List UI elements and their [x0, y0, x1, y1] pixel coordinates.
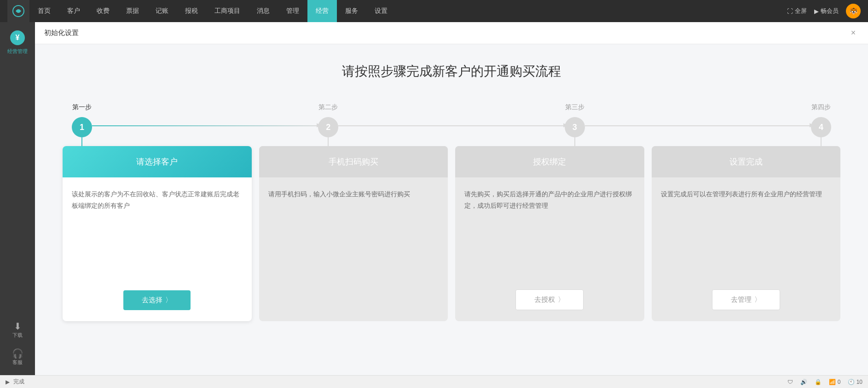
step-3-label: 第三步 — [565, 103, 584, 112]
card-4-body: 设置完成后可以在管理列表进行所有企业用户的经营管理 — [652, 177, 841, 282]
status-bar-left: ▶ 完成 — [6, 378, 24, 386]
step-4-header: 第四步 4 — [811, 103, 831, 147]
sidebar-support[interactable]: 🎧 客服 — [1, 344, 34, 370]
card-4-footer: 去管理 〉 — [652, 282, 841, 321]
arrow-right-icon-3: 〉 — [558, 295, 565, 304]
nav-item-home[interactable]: 首页 — [29, 0, 59, 22]
card-1: 请选择客户 该处展示的客户为不在回收站、客户状态正常建账后完成老板端绑定的所有客… — [63, 146, 252, 321]
card-2-header: 手机扫码购买 — [259, 146, 448, 177]
wizard-container: 请按照步骤完成新客户的开通购买流程 第一步 1 ▶ 第二步 2 — [35, 44, 868, 375]
card-3-body: 请先购买，购买后选择开通的产品中的企业用户进行授权绑定，成功后即可进行经营管理 — [455, 177, 644, 282]
shield-status-icon: 🛡 — [787, 379, 793, 385]
step-4-label: 第四步 — [811, 103, 831, 112]
arrow-right-icon-4: 〉 — [754, 295, 761, 304]
card-2: 手机扫码购买 请用手机扫码，输入小微企业主账号密码进行购买 — [259, 146, 448, 321]
main-layout: ¥ 经营管理 ⬇ 下载 🎧 客服 初始化设置 × 请按照步骤完成新客户的开通购买… — [0, 22, 868, 375]
content-area: 初始化设置 × 请按照步骤完成新客户的开通购买流程 第一步 1 ▶ — [35, 22, 868, 375]
nav-item-fee[interactable]: 收费 — [88, 0, 118, 22]
nav-menu: 首页 客户 收费 票据 记账 报税 工商项目 消息 管理 经营 服务 设置 — [29, 0, 787, 22]
nav-item-bills[interactable]: 票据 — [118, 0, 147, 22]
step-3-header: 第三步 3 — [565, 103, 585, 147]
play-icon: ▶ — [814, 8, 819, 15]
step-2-header: 第二步 2 — [318, 103, 338, 147]
nav-item-manage[interactable]: 管理 — [278, 0, 307, 22]
nav-item-settings[interactable]: 设置 — [366, 0, 396, 22]
connector-2-3: ▶ — [338, 125, 564, 126]
card-3-footer: 去授权 〉 — [455, 282, 644, 321]
fullscreen-icon: ⛶ — [787, 8, 793, 15]
nav-item-business[interactable]: 工商项目 — [206, 0, 249, 22]
nav-item-account[interactable]: 记账 — [147, 0, 177, 22]
nav-right-area: ⛶ 全屏 ▶ 畅会员 🐯 — [787, 4, 861, 18]
top-navigation: 首页 客户 收费 票据 记账 报税 工商项目 消息 管理 经营 服务 设置 ⛶ … — [0, 0, 868, 22]
step-2-label: 第二步 — [318, 103, 338, 112]
card-1-body: 该处展示的客户为不在回收站、客户状态正常建账后完成老板端绑定的所有客户 — [63, 177, 252, 283]
volume-status-icon: 🔊 — [800, 379, 807, 385]
step-1-header: 第一步 1 — [72, 103, 92, 147]
card-1-footer: 去选择 〉 — [63, 283, 252, 321]
go-select-button[interactable]: 去选择 〉 — [123, 290, 191, 310]
fullscreen-button[interactable]: ⛶ 全屏 — [787, 7, 807, 15]
step-4-tail — [821, 137, 822, 147]
steps-row: 第一步 1 ▶ 第二步 2 ▶ — [63, 103, 840, 147]
connector-1-2: ▶ — [92, 125, 318, 126]
nav-item-tax[interactable]: 报税 — [177, 0, 206, 22]
step-3-circle: 3 — [565, 117, 585, 137]
page-title: 初始化设置 — [44, 29, 79, 37]
step-1-label: 第一步 — [72, 103, 92, 112]
step-3-tail — [574, 137, 575, 147]
yuan-icon: ¥ — [10, 30, 25, 45]
nav-item-operation[interactable]: 经营 — [307, 0, 337, 22]
nav-item-service[interactable]: 服务 — [337, 0, 366, 22]
arrow-right-icon: 〉 — [165, 296, 172, 305]
sidebar-download[interactable]: ⬇ 下载 — [1, 317, 34, 342]
network-status-icon: 📶 0 — [829, 379, 840, 385]
card-3-header: 授权绑定 — [455, 146, 644, 177]
nav-item-customer[interactable]: 客户 — [59, 0, 88, 22]
user-avatar[interactable]: 🐯 — [846, 4, 861, 18]
sidebar-bottom: ⬇ 下载 🎧 客服 — [1, 317, 34, 375]
close-button[interactable]: × — [848, 28, 859, 39]
go-authorize-button[interactable]: 去授权 〉 — [515, 289, 584, 310]
sidebar: ¥ 经营管理 ⬇ 下载 🎧 客服 — [0, 22, 35, 375]
step-1-circle: 1 — [72, 117, 92, 137]
step-2-tail — [328, 137, 329, 147]
play-status-icon: ▶ — [6, 379, 10, 385]
content-header: 初始化设置 × — [35, 22, 868, 44]
wizard-heading: 请按照步骤完成新客户的开通购买流程 — [63, 63, 840, 80]
download-icon: ⬇ — [14, 321, 22, 332]
lock-status-icon: 🔒 — [815, 379, 822, 385]
clock-status-icon: 🕙 10 — [848, 379, 862, 385]
card-4: 设置完成 设置完成后可以在管理列表进行所有企业用户的经营管理 去管理 〉 — [652, 146, 841, 321]
card-4-header: 设置完成 — [652, 146, 841, 177]
card-2-body: 请用手机扫码，输入小微企业主账号密码进行购买 — [259, 177, 448, 303]
app-logo — [7, 0, 29, 22]
cards-row: 请选择客户 该处展示的客户为不在回收站、客户状态正常建账后完成老板端绑定的所有客… — [63, 146, 840, 321]
card-2-footer — [259, 303, 448, 321]
sidebar-item-operation[interactable]: ¥ 经营管理 — [1, 26, 34, 59]
card-1-header: 请选择客户 — [63, 146, 252, 177]
headset-icon: 🎧 — [12, 348, 23, 359]
connector-3-4: ▶ — [585, 125, 811, 126]
status-bar: ▶ 完成 🛡 🔊 🔒 📶 0 🕙 10 — [0, 375, 868, 388]
status-bar-right: 🛡 🔊 🔒 📶 0 🕙 10 — [787, 379, 862, 385]
nav-item-message[interactable]: 消息 — [249, 0, 278, 22]
step-4-circle: 4 — [811, 117, 831, 137]
step-2-circle: 2 — [318, 117, 338, 137]
step-1-tail — [81, 137, 82, 147]
go-manage-button[interactable]: 去管理 〉 — [712, 289, 780, 310]
card-3: 授权绑定 请先购买，购买后选择开通的产品中的企业用户进行授权绑定，成功后即可进行… — [455, 146, 644, 321]
member-button[interactable]: ▶ 畅会员 — [814, 7, 839, 15]
